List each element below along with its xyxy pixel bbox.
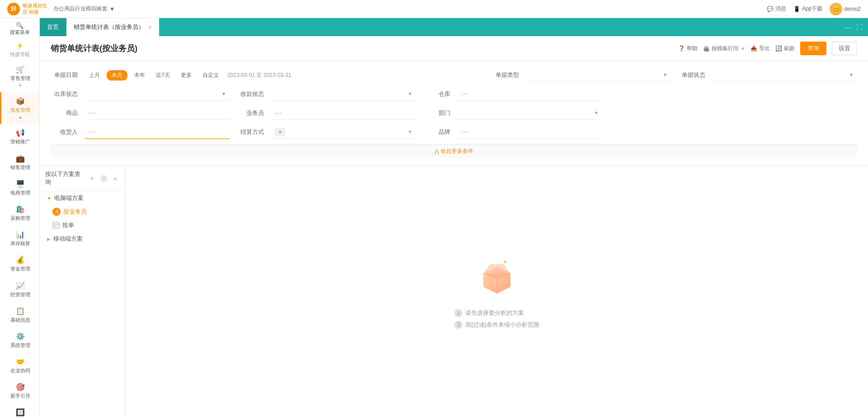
sidebar-item-enterprise[interactable]: 🤝 企业协同 <box>0 353 39 378</box>
payment-status-label: 收款状态 <box>237 90 264 98</box>
system-icon: ⚙️ <box>16 332 25 341</box>
query-button[interactable]: 查询 <box>800 42 826 55</box>
salesperson-select[interactable]: ··· <box>271 106 416 120</box>
date-more[interactable]: 更多 <box>177 70 196 81</box>
sidebar-item-finance[interactable]: 💰 资金管理 <box>0 251 39 276</box>
user-avatar: 😊 <box>830 3 842 15</box>
settings-button[interactable]: 设置 <box>832 42 857 55</box>
date-custom[interactable]: 自定义 <box>198 70 223 81</box>
user-area[interactable]: 😊 demo2 <box>830 3 861 15</box>
out-status-arrow-icon: ▼ <box>222 91 226 96</box>
sidebar-item-newbie[interactable]: 🎯 新手引导 <box>0 378 39 404</box>
svg-point-10 <box>504 261 506 263</box>
marketing-icon: 📢 <box>16 128 25 137</box>
date-this-month[interactable]: 本月 <box>107 70 127 81</box>
collapse-panel-button[interactable]: « <box>111 174 120 183</box>
breadcrumb-arrow-icon: ▼ <box>109 6 115 12</box>
apps-icon: 🔲 <box>16 408 25 417</box>
sidebar-newbie-label: 新手引导 <box>10 393 30 399</box>
logo-area: 好 畅捷通好生意 标版 <box>7 3 50 15</box>
top-bar-left: 好 畅捷通好生意 标版 办公用品行业模拟账套 ▼ <box>7 3 115 15</box>
payment-status-select[interactable]: ▼ <box>271 87 416 101</box>
app-download-button[interactable]: 📱 App下载 <box>793 5 822 13</box>
add-scheme-button[interactable]: + <box>87 174 96 183</box>
sidebar-enterprise-label: 企业协同 <box>10 368 30 374</box>
left-panel-title: 按以下方案查询 <box>45 170 85 186</box>
settlement-label: 结算方式 <box>237 128 264 136</box>
salesperson-scheme-label: 按业务员 <box>63 208 87 216</box>
sidebar-item-purchase[interactable]: 🛍️ 采购管理 <box>0 200 39 226</box>
sidebar-item-basic[interactable]: 📋 基础信息 <box>0 302 39 328</box>
tree-group-pc[interactable]: ▼ 电脑端方案 <box>40 191 125 205</box>
tab-close-icon[interactable]: × <box>149 24 151 30</box>
sidebar-item-ecommerce[interactable]: 🖥️ 电商管理 <box>0 175 39 200</box>
tab-active[interactable]: 销货单统计表（按业务员） × <box>66 18 159 36</box>
tree-item-by-salesperson[interactable]: 员 按业务员 <box>40 205 125 218</box>
doc-type-select[interactable]: ▼ <box>526 68 671 82</box>
page-header: 销货单统计表(按业务员) ❓ 帮助 🖨️ 按模板打印 ▼ 📤 导出 <box>40 36 868 61</box>
tree-group-mobile-arrow-icon: ▶ <box>47 237 51 242</box>
sidebar-quick-nav-label: 快捷导航 <box>10 51 30 58</box>
sidebar-item-system[interactable]: ⚙️ 系统管理 <box>0 328 39 353</box>
date-last-month[interactable]: 上月 <box>85 70 104 81</box>
sidebar-item-marketing[interactable]: 📢 营销推广 <box>0 124 39 149</box>
sidebar-item-operations[interactable]: 📈 经营管理 <box>0 277 39 302</box>
settlement-select[interactable]: × ▼ <box>271 125 416 139</box>
svg-text:↑: ↑ <box>493 276 497 285</box>
tree-item-by-order[interactable]: 按单 <box>40 218 125 232</box>
out-status-label: 出库状态 <box>51 90 78 98</box>
sidebar-search[interactable]: 🔍 搜索菜单 <box>0 18 39 39</box>
goods-select[interactable]: ··· <box>85 106 230 120</box>
print-button[interactable]: 🖨️ 按模板打印 ▼ <box>703 45 745 52</box>
export-label: 导出 <box>759 45 770 52</box>
department-select[interactable]: ▼ <box>458 106 602 120</box>
svg-point-11 <box>486 277 488 279</box>
tab-minimize-button[interactable]: — <box>843 22 853 33</box>
tab-home[interactable]: 首页 <box>40 18 66 36</box>
tab-maximize-button[interactable]: ⛶ <box>854 22 864 33</box>
warehouse-select[interactable]: ··· <box>458 87 602 101</box>
collapse-up-icon: ⋀ <box>434 148 439 155</box>
receiver-dots-icon: ··· <box>89 128 96 136</box>
collapse-bar[interactable]: ⋀ 收起更多条件 <box>51 144 857 158</box>
date-last-7days[interactable]: 近7天 <box>152 70 174 81</box>
help-label: 帮助 <box>687 45 698 52</box>
page-title: 销货单统计表(按业务员) <box>51 43 137 54</box>
sidebar: 🔍 搜索菜单 ⚡ 快捷导航 🛒 零售管理 ▼ 📦 批发管理 ▲ 📢 营销推广 <box>0 18 40 418</box>
breadcrumb-area[interactable]: 办公用品行业模拟账套 ▼ <box>53 5 115 13</box>
settlement-tag-close-icon[interactable]: × <box>278 129 282 135</box>
refresh-button[interactable]: 🔄 刷新 <box>775 45 795 52</box>
doc-status-label: 单据状态 <box>678 71 705 79</box>
receiver-input[interactable]: ··· <box>85 125 230 139</box>
left-panel-actions: + « <box>87 174 120 183</box>
help-button[interactable]: ❓ 帮助 <box>678 45 698 52</box>
app-download-label: App下载 <box>802 5 822 13</box>
doc-status-select[interactable]: ▼ <box>712 68 857 82</box>
date-this-year[interactable]: 本年 <box>130 70 149 81</box>
operations-icon: 📈 <box>16 281 25 290</box>
settlement-tag: × <box>275 128 285 136</box>
sidebar-item-apps[interactable]: 🔲 应用中心 <box>0 404 39 418</box>
date-range-text: 2023-03-01 至 2023-03-31 <box>227 71 291 79</box>
print-arrow-icon: ▼ <box>741 46 745 51</box>
edit-scheme-button[interactable] <box>99 174 108 183</box>
content-area: 首页 销货单统计表（按业务员） × — ⛶ 销货单统计表(按业务员) ❓ 帮助 <box>40 18 868 418</box>
sidebar-item-wholesale[interactable]: 📦 批发管理 ▲ <box>0 92 39 124</box>
export-button[interactable]: 📤 导出 <box>750 45 770 52</box>
tree-group-mobile-label: 移动端方案 <box>53 235 83 243</box>
sidebar-item-sales[interactable]: 💼 销售管理 <box>0 150 39 175</box>
inventory-icon: 📊 <box>16 230 25 239</box>
sidebar-item-inventory[interactable]: 📊 库存核算 <box>0 226 39 251</box>
tree-group-mobile[interactable]: ▶ 移动端方案 <box>40 232 125 246</box>
retail-icon: 🛒 <box>16 65 25 74</box>
brand-select[interactable]: ··· <box>458 125 602 139</box>
warehouse-dots-icon: ··· <box>461 90 468 98</box>
sidebar-quick-nav[interactable]: ⚡ 快捷导航 <box>0 39 39 61</box>
sidebar-ecommerce-label: 电商管理 <box>10 190 30 196</box>
sidebar-item-retail[interactable]: 🛒 零售管理 ▼ <box>0 61 39 92</box>
out-status-select[interactable]: ▼ <box>85 87 230 101</box>
help-icon: ❓ <box>678 45 685 52</box>
message-button[interactable]: 💬 消息 <box>767 5 786 13</box>
doc-type-arrow-icon: ▼ <box>663 72 667 77</box>
empty-illustration: ↑ <box>474 253 519 298</box>
